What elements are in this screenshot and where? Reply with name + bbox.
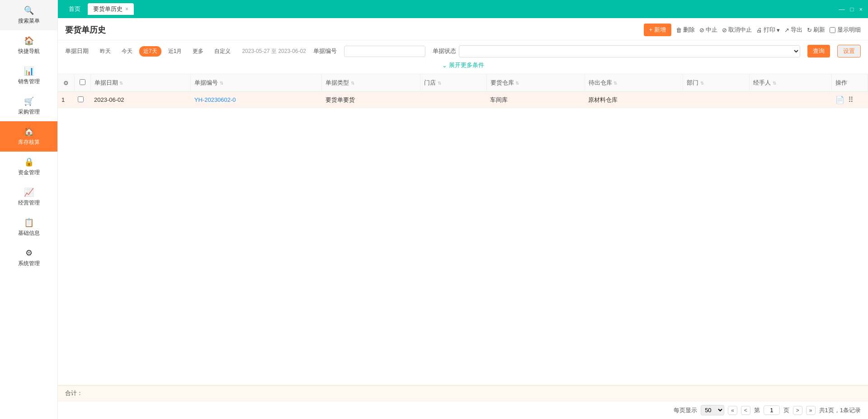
show-detail-toggle[interactable]: 显示明细 <box>830 26 861 34</box>
sidebar-item-sales[interactable]: 📊 销售管理 <box>0 61 57 91</box>
gear-icon: ⚙ <box>25 248 33 258</box>
doc-status-select[interactable] <box>459 45 800 57</box>
delete-icon: 🗑 <box>676 27 682 33</box>
doc-number-input[interactable] <box>344 46 425 57</box>
tab-active[interactable]: 要货单历史 × <box>88 3 134 15</box>
th-type[interactable]: 单据类型 ⇅ <box>322 74 420 92</box>
sidebar-item-operation[interactable]: 📈 经营管理 <box>0 182 57 212</box>
date-label: 单据日期 <box>65 47 89 55</box>
page-label: 第 <box>754 406 760 414</box>
cancel-stop-button[interactable]: ⊘ 取消中止 <box>722 26 752 34</box>
trend-icon: 📈 <box>24 187 34 197</box>
inventory-icon: 🏠 <box>24 127 34 137</box>
sidebar-item-finance[interactable]: 🔒 资金管理 <box>0 152 57 182</box>
table-summary: 合计： <box>58 385 868 401</box>
date-btn-custom[interactable]: 自定义 <box>210 46 235 57</box>
search-icon: 🔍 <box>24 5 34 15</box>
page-title: 要货单历史 <box>65 24 106 35</box>
table-wrapper: ⚙ 单据日期 ⇅ 单据编号 ⇅ 单据类型 <box>58 74 868 385</box>
delete-button[interactable]: 🗑 删除 <box>676 26 695 34</box>
th-number[interactable]: 单据编号 ⇅ <box>191 74 322 92</box>
status-filter-wrapper: 单据状态 <box>433 45 800 57</box>
sidebar-item-purchase[interactable]: 🛒 采购管理 <box>0 91 57 121</box>
prev-page-button[interactable]: < <box>741 406 750 415</box>
date-filter-buttons: 昨天 今天 近7天 近1月 更多 自定义 <box>96 46 235 57</box>
row-department <box>683 92 750 108</box>
row-store <box>420 92 486 108</box>
th-handler[interactable]: 经手人 ⇅ <box>750 74 832 92</box>
sort-store-icon: ⇅ <box>438 81 441 86</box>
page-header: 要货单历史 + 新增 🗑 删除 ⊘ 中止 ⊘ 取消中止 🖨 <box>58 18 868 40</box>
tab-home[interactable]: 首页 <box>63 3 86 15</box>
lock-icon: 🔒 <box>24 157 34 167</box>
refresh-icon: ↻ <box>807 27 812 33</box>
th-pending-warehouse[interactable]: 待出仓库 ⇅ <box>585 74 683 92</box>
close-window-button[interactable]: × <box>859 6 863 13</box>
page-suffix: 页 <box>783 406 789 414</box>
sidebar: 🔍 搜索菜单 🏠 快捷导航 📊 销售管理 🛒 采购管理 🏠 库存核算 🔒 资金管… <box>0 0 58 419</box>
table-header-row: ⚙ 单据日期 ⇅ 单据编号 ⇅ 单据类型 <box>58 74 868 92</box>
sort-pending-warehouse-icon: ⇅ <box>613 81 617 86</box>
row-pending-warehouse: 原材料仓库 <box>585 92 683 108</box>
date-btn-today[interactable]: 今天 <box>118 46 137 57</box>
tab-close-icon[interactable]: × <box>125 6 128 12</box>
show-detail-checkbox[interactable] <box>830 27 835 33</box>
maximize-button[interactable]: □ <box>850 6 854 13</box>
th-department[interactable]: 部门 ⇅ <box>683 74 750 92</box>
row-index: 1 <box>58 92 74 108</box>
expand-icon: ⌄ <box>442 62 447 69</box>
last-page-button[interactable]: » <box>806 406 816 415</box>
topbar-window-controls: — □ × <box>839 6 863 13</box>
row-number[interactable]: YH-20230602-0 <box>191 92 322 108</box>
th-req-warehouse[interactable]: 要货仓库 ⇅ <box>486 74 585 92</box>
refresh-button[interactable]: ↻ 刷新 <box>807 26 825 34</box>
first-page-button[interactable]: « <box>728 406 737 415</box>
row-more-icon[interactable]: ⠿ <box>848 95 854 104</box>
sidebar-item-search[interactable]: 🔍 搜索菜单 <box>0 0 57 30</box>
row-edit-icon[interactable]: 📄 <box>835 95 844 104</box>
row-handler <box>750 92 832 108</box>
th-date[interactable]: 单据日期 ⇅ <box>90 74 191 92</box>
table-row: 1 2023-06-02 YH-20230602-0 要货单要货 车间库 原材料… <box>58 92 868 108</box>
filter-bar: 单据日期 昨天 今天 近7天 近1月 更多 自定义 2023-05-27 至 2… <box>58 40 868 74</box>
page-number-input[interactable] <box>764 405 780 415</box>
sort-req-warehouse-icon: ⇅ <box>515 81 519 86</box>
date-btn-yesterday[interactable]: 昨天 <box>96 46 115 57</box>
sidebar-item-shortcut[interactable]: 🏠 快捷导航 <box>0 30 57 61</box>
row-actions: 📄 ⠿ <box>832 92 868 108</box>
next-page-button[interactable]: > <box>793 406 802 415</box>
sidebar-item-basic[interactable]: 📋 基础信息 <box>0 212 57 243</box>
print-icon: 🖨 <box>756 27 762 33</box>
pagination: 每页显示 50 10 20 100 « < 第 页 > » 共1页，1条记录 <box>58 401 868 419</box>
per-page-select[interactable]: 50 10 20 100 <box>701 405 724 415</box>
toolbar: + 新增 🗑 删除 ⊘ 中止 ⊘ 取消中止 🖨 打印 ▾ <box>644 24 861 36</box>
stop-button[interactable]: ⊘ 中止 <box>699 26 717 34</box>
settings-button[interactable]: 设置 <box>837 45 861 57</box>
export-button[interactable]: ↗ 导出 <box>784 26 802 34</box>
row-checkbox[interactable] <box>74 92 90 108</box>
query-button[interactable]: 查询 <box>807 45 830 57</box>
th-settings[interactable]: ⚙ <box>58 74 74 92</box>
expand-more-btn[interactable]: ⌄ 展开更多条件 <box>65 61 861 69</box>
minimize-button[interactable]: — <box>839 6 845 13</box>
new-button[interactable]: + 新增 <box>644 24 671 36</box>
date-btn-7days[interactable]: 近7天 <box>139 46 161 57</box>
th-store[interactable]: 门店 ⇅ <box>420 74 486 92</box>
content-area: 要货单历史 + 新增 🗑 删除 ⊘ 中止 ⊘ 取消中止 🖨 <box>58 18 868 419</box>
chart-icon: 📊 <box>24 66 34 76</box>
date-btn-1month[interactable]: 近1月 <box>164 46 186 57</box>
row-date: 2023-06-02 <box>90 92 191 108</box>
date-btn-more[interactable]: 更多 <box>189 46 208 57</box>
export-icon: ↗ <box>784 27 789 33</box>
print-dropdown-icon: ▾ <box>777 27 780 33</box>
sort-department-icon: ⇅ <box>700 81 704 86</box>
row-req-warehouse: 车间库 <box>486 92 585 108</box>
sort-type-icon: ⇅ <box>351 81 354 86</box>
th-checkbox <box>74 74 90 92</box>
doc-number-label: 单据编号 <box>313 47 337 55</box>
sidebar-item-inventory[interactable]: 🏠 库存核算 <box>0 121 57 152</box>
print-button[interactable]: 🖨 打印 ▾ <box>756 26 780 34</box>
sidebar-item-system[interactable]: ⚙ 系统管理 <box>0 243 57 273</box>
total-info: 共1页，1条记录 <box>819 406 861 414</box>
select-all-checkbox[interactable] <box>80 79 85 85</box>
